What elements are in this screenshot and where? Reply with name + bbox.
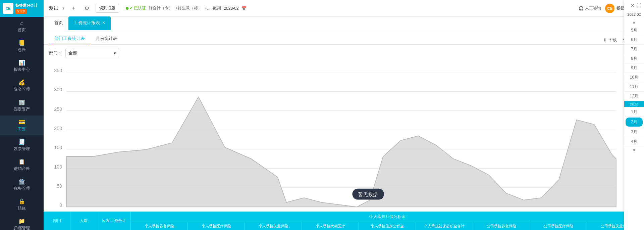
col-personal-total: 个人承担社保公积金合计 bbox=[416, 222, 473, 230]
year-2023-label: 2023 bbox=[624, 101, 644, 107]
help-btn[interactable]: 🎧 人工咨询 bbox=[579, 5, 601, 11]
sidebar-logo: CE 畅捷通好会计 专业版 bbox=[0, 0, 44, 17]
sidebar-item-fund[interactable]: 💰 资金管理 bbox=[0, 76, 44, 96]
toolbar-left: 部门： 全部 ▾ bbox=[49, 48, 119, 58]
month-5[interactable]: 5月 bbox=[624, 26, 644, 35]
topbar-status: ✔ 已认证 好会计（专） +好生意（标） +... 账期 2023-02 📅 bbox=[126, 5, 247, 11]
month-3[interactable]: 3月 bbox=[624, 128, 644, 137]
switch-old-version-btn[interactable]: 切到旧版 bbox=[96, 4, 119, 13]
select-arrow-icon: ▾ bbox=[114, 51, 116, 56]
tab-salary-report[interactable]: 工资统计报表 ✕ bbox=[68, 16, 111, 30]
archive-icon: 📁 bbox=[18, 218, 25, 224]
col-dept: 部门 bbox=[44, 212, 70, 230]
close-panel-btn[interactable]: ✕ bbox=[631, 3, 635, 8]
sidebar-item-home[interactable]: ⌂ 首页 bbox=[0, 17, 44, 36]
svg-text:200: 200 bbox=[54, 126, 62, 131]
topbar-settings-btn[interactable]: ⚙ bbox=[82, 4, 92, 13]
month-6[interactable]: 6月 bbox=[624, 35, 644, 45]
certified-text: ✔ 已认证 bbox=[129, 5, 146, 11]
invoice-icon: 🧾 bbox=[18, 139, 25, 145]
tab-home-label: 首页 bbox=[54, 20, 63, 26]
more-status-text: +... bbox=[205, 6, 210, 11]
download-btn[interactable]: ⬇ 下载 bbox=[600, 36, 620, 44]
right-panel: ✕ ⛶ 2023.02 ▲ 5月 6月 7月 8月 9月 10月 11月 12月… bbox=[624, 0, 644, 230]
topbar-add-btn[interactable]: ＋ bbox=[69, 4, 78, 13]
tab-home[interactable]: 首页 bbox=[49, 16, 68, 30]
subtab-dept[interactable]: 部门工资统计表 bbox=[49, 34, 90, 44]
svg-text:250: 250 bbox=[54, 106, 62, 111]
svg-text:50: 50 bbox=[57, 183, 62, 189]
chart-container: 0 50 100 150 200 250 300 350 bbox=[44, 61, 644, 212]
sidebar-item-archive-label: 归档管理 bbox=[14, 225, 30, 230]
sidebar-item-home-label: 首页 bbox=[18, 27, 26, 33]
right-panel-top: ✕ ⛶ bbox=[624, 0, 644, 11]
svg-text:300: 300 bbox=[54, 87, 62, 92]
assets-icon: 🏢 bbox=[18, 99, 25, 105]
content-area: 部门工资统计表 月份统计表 ⬇ 下载 ↻ 刷新 部门： 全部 ▾ bbox=[44, 30, 644, 230]
col-total-salary: 应发工资合计 bbox=[97, 212, 131, 230]
col-personal-major-medical: 个人承担大额医疗 bbox=[302, 222, 359, 230]
sub-cols: 个人承担养老保险 个人承担医疗保险 个人承担失业保险 个人承担大额医疗 个人承担… bbox=[131, 222, 644, 230]
svg-marker-16 bbox=[66, 97, 616, 207]
col-company-medical: 公司承担医疗保险 bbox=[530, 222, 587, 230]
prev-year-btn[interactable]: ▲ bbox=[624, 18, 644, 26]
sidebar-item-salary[interactable]: 💳 工资 bbox=[0, 116, 44, 135]
month-8[interactable]: 8月 bbox=[624, 54, 644, 63]
tabbar: 首页 工资统计报表 ✕ bbox=[44, 17, 644, 30]
month-9[interactable]: 9月 bbox=[624, 63, 644, 73]
subtab-monthly[interactable]: 月份统计表 bbox=[90, 34, 123, 44]
sidebar-item-report[interactable]: 📊 报表中心 bbox=[0, 56, 44, 76]
sidebar-item-archive[interactable]: 📁 归档管理 bbox=[0, 215, 44, 230]
topbar-dropdown-arrow[interactable]: ▾ bbox=[62, 6, 65, 11]
subtab-bar: 部门工资统计表 月份统计表 ⬇ 下载 ↻ 刷新 bbox=[44, 30, 644, 45]
headset-icon: 🎧 bbox=[579, 6, 584, 11]
salary-icon: 💳 bbox=[18, 119, 25, 125]
topbar: 测试 ▾ ＋ ⚙ 切到旧版 ✔ 已认证 好会计（专） +好生意（标） +... … bbox=[44, 0, 644, 17]
dept-select[interactable]: 全部 ▾ bbox=[65, 48, 119, 58]
sidebar-item-invoice[interactable]: 🧾 发票管理 bbox=[0, 135, 44, 155]
month-12[interactable]: 12月 bbox=[624, 92, 644, 101]
certified-status: ✔ 已认证 bbox=[126, 5, 146, 11]
col-count: 人数 bbox=[70, 212, 97, 230]
sidebar-nav: ⌂ 首页 📒 总账 📊 报表中心 💰 资金管理 🏢 固定资产 💳 工资 🧾 发票… bbox=[0, 17, 44, 230]
col-count-label: 人数 bbox=[80, 218, 88, 224]
col-personal-unemployment: 个人承担失业保险 bbox=[245, 222, 302, 230]
ledger-icon: 📒 bbox=[18, 40, 25, 46]
svg-text:150: 150 bbox=[54, 145, 62, 150]
month-2-active[interactable]: 2月 bbox=[626, 118, 643, 127]
dept-label: 部门： bbox=[49, 50, 62, 56]
sidebar-item-tax[interactable]: 🏦 税务管理 bbox=[0, 175, 44, 195]
month-10[interactable]: 10月 bbox=[624, 73, 644, 82]
month-11[interactable]: 11月 bbox=[624, 82, 644, 92]
expand-panel-btn[interactable]: ⛶ bbox=[637, 3, 641, 8]
help-label: 人工咨询 bbox=[585, 5, 601, 11]
subtab-dept-label: 部门工资统计表 bbox=[54, 36, 85, 41]
download-label: 下载 bbox=[608, 37, 617, 43]
col-dept-label: 部门 bbox=[53, 218, 61, 224]
logo-title: 畅捷通好会计 bbox=[15, 3, 38, 8]
month-1[interactable]: 1月 bbox=[624, 107, 644, 117]
sidebar-item-sales[interactable]: 📋 进销台账 bbox=[0, 155, 44, 175]
certified-dot bbox=[126, 7, 128, 10]
sidebar-item-assets[interactable]: 🏢 固定资产 bbox=[0, 96, 44, 116]
sidebar-item-ledger-label: 总账 bbox=[18, 47, 26, 53]
sales-icon: 📋 bbox=[18, 158, 25, 165]
col-total-salary-label: 应发工资合计 bbox=[102, 218, 126, 224]
sidebar-item-sales-label: 进销台账 bbox=[14, 166, 30, 172]
tab-close-icon[interactable]: ✕ bbox=[102, 20, 105, 25]
right-panel-content: 2023.02 ▲ 5月 6月 7月 8月 9月 10月 11月 12月 202… bbox=[624, 11, 644, 230]
month-7[interactable]: 7月 bbox=[624, 45, 644, 54]
next-year-btn[interactable]: ▼ bbox=[624, 146, 644, 154]
col-company-pension: 公司承担养老保险 bbox=[473, 222, 530, 230]
report-icon: 📊 bbox=[18, 59, 25, 66]
group-label: 个人承担社保公积金 bbox=[131, 212, 644, 222]
period-label: 账期 bbox=[213, 5, 221, 11]
calendar-icon[interactable]: 📅 bbox=[241, 6, 247, 11]
dept-value: 全部 bbox=[68, 50, 77, 56]
sidebar-item-close[interactable]: 🔒 结账 bbox=[0, 195, 44, 215]
topbar-title: 测试 bbox=[49, 5, 58, 11]
sidebar-item-tax-label: 税务管理 bbox=[14, 186, 30, 191]
month-4[interactable]: 4月 bbox=[624, 137, 644, 146]
year-display[interactable]: 2023.02 bbox=[624, 11, 644, 18]
sidebar-item-ledger[interactable]: 📒 总账 bbox=[0, 36, 44, 56]
